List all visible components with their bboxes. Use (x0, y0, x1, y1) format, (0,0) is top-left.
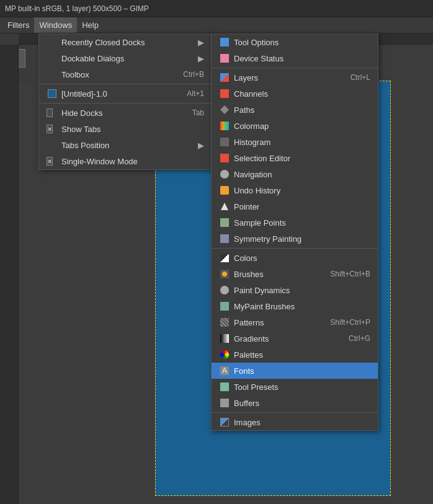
canvas-icon (47, 88, 58, 99)
dock-gradients[interactable]: Gradients Ctrl+G (212, 330, 378, 347)
dock-paint-dynamics[interactable]: Paint Dynamics (212, 282, 378, 298)
dock-symmetry-painting[interactable]: Symmetry Painting (212, 231, 378, 247)
tool-presets-icon (219, 381, 230, 392)
menu-windows[interactable]: Windows (34, 17, 77, 33)
buffers-icon (219, 397, 230, 409)
menu-tabs-position[interactable]: Tabs Position ▶ (39, 137, 212, 153)
dock-separator-2 (212, 248, 378, 249)
ruler-vertical (0, 45, 19, 504)
gradients-icon (219, 333, 230, 344)
histogram-icon (219, 136, 230, 148)
dock-undo-history[interactable]: Undo History (212, 182, 378, 198)
dock-device-status[interactable]: Device Status (212, 50, 378, 66)
show-tabs-checkbox: ✕ (47, 125, 53, 133)
dock-navigation[interactable]: Navigation (212, 166, 378, 182)
menu-single-window[interactable]: ✕ Single-Window Mode (39, 153, 212, 169)
separator-2 (39, 103, 212, 104)
palettes-icon (219, 349, 230, 360)
dock-tool-options[interactable]: Tool Options (212, 34, 378, 50)
menu-recently-closed[interactable]: Recently Closed Docks ▶ (39, 34, 212, 50)
dock-mypaint-brushes[interactable]: MyPaint Brushes (212, 298, 378, 314)
colors-icon (219, 252, 230, 263)
show-tabs-icon: ✕ (47, 123, 58, 135)
dock-separator-1 (212, 68, 378, 68)
dock-paths[interactable]: Paths (212, 102, 378, 118)
toolbox-menu-icon (47, 69, 58, 80)
paths-icon (219, 104, 230, 115)
arrow-icon: ▶ (198, 54, 204, 63)
brushes-icon (219, 268, 230, 280)
title-bar: MP built-in sRGB, 1 layer) 500x500 – GIM… (0, 0, 433, 17)
dock-layers[interactable]: Layers Ctrl+L (212, 69, 378, 86)
dock-colormap[interactable]: Colormap (212, 118, 378, 134)
paint-dynamics-icon (219, 285, 230, 296)
tabs-pos-icon (47, 139, 58, 151)
dock-selection-editor[interactable]: Selection Editor (212, 150, 378, 166)
hide-docks-checkbox (47, 108, 53, 117)
dockable-dialogs-dropdown: Tool Options Device Status Layers Ctrl+L… (211, 33, 378, 431)
channels-icon (219, 88, 230, 99)
dock-images[interactable]: Images (212, 414, 378, 430)
dock-patterns[interactable]: Patterns Shift+Ctrl+P (212, 314, 378, 330)
title-text: MP built-in sRGB, 1 layer) 500x500 – GIM… (5, 4, 149, 13)
windows-dropdown: Recently Closed Docks ▶ Dockable Dialogs… (38, 33, 212, 170)
menu-show-tabs[interactable]: ✕ Show Tabs (39, 121, 212, 137)
layers-icon (219, 72, 230, 83)
dock-channels[interactable]: Channels (212, 86, 378, 102)
colormap-icon (219, 120, 230, 131)
dock-tool-presets[interactable]: Tool Presets (212, 379, 378, 395)
menu-hide-docks[interactable]: Hide Docks Tab (39, 105, 212, 121)
dock-buffers[interactable]: Buffers (212, 395, 378, 411)
menu-untitled[interactable]: [Untitled]-1.0 Alt+1 (39, 86, 212, 102)
symmetry-painting-icon (219, 233, 230, 244)
navigation-icon (219, 169, 230, 180)
tool-options-icon (219, 37, 230, 48)
selection-editor-icon (219, 153, 230, 164)
recently-closed-icon (47, 37, 58, 48)
patterns-icon (219, 317, 230, 328)
fonts-icon: A (219, 365, 230, 376)
dock-fonts[interactable]: A Fonts (212, 363, 378, 379)
undo-history-icon (219, 185, 230, 196)
single-window-icon: ✕ (47, 156, 58, 167)
menu-bar: Filters Windows Help (0, 17, 433, 33)
separator-1 (39, 84, 212, 84)
device-status-icon (219, 53, 230, 64)
dock-separator-3 (212, 412, 378, 413)
menu-toolbox[interactable]: Toolbox Ctrl+B (39, 66, 212, 82)
arrow-icon: ▶ (198, 38, 204, 47)
dock-brushes[interactable]: Brushes Shift+Ctrl+B (212, 266, 378, 282)
single-window-checkbox: ✕ (47, 157, 53, 166)
dock-sample-points[interactable]: Sample Points (212, 214, 378, 231)
sample-points-icon (219, 217, 230, 228)
dock-palettes[interactable]: Palettes (212, 347, 378, 363)
menu-filters[interactable]: Filters (2, 17, 34, 33)
menu-help[interactable]: Help (77, 17, 104, 33)
mypaint-brushes-icon (219, 301, 230, 312)
dock-pointer[interactable]: Pointer (212, 198, 378, 214)
menu-dockable-dialogs[interactable]: Dockable Dialogs ▶ (39, 50, 212, 66)
hide-docks-icon (47, 107, 58, 118)
dock-histogram[interactable]: Histogram (212, 134, 378, 150)
dockable-icon (47, 53, 58, 64)
images-icon (219, 417, 230, 428)
pointer-icon (219, 201, 230, 212)
arrow-icon-2: ▶ (198, 141, 204, 150)
dock-colors[interactable]: Colors (212, 250, 378, 266)
